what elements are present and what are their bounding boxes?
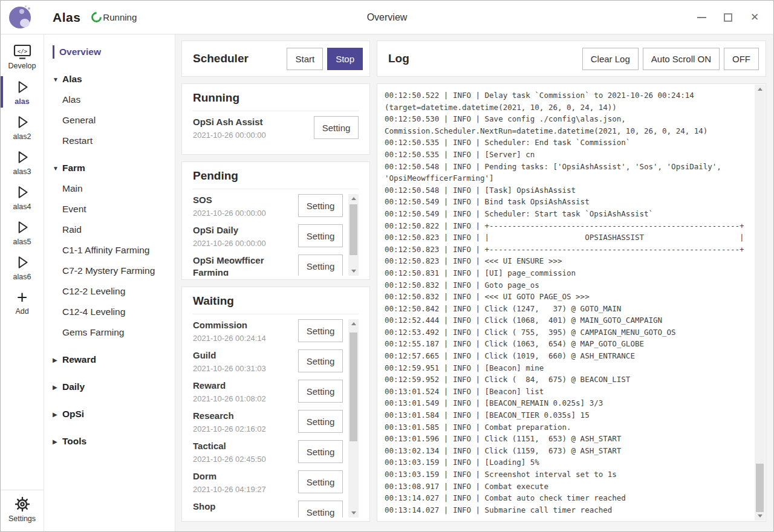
nav-item[interactable]: Alas: [44, 89, 175, 110]
close-button[interactable]: ✕: [746, 8, 764, 27]
sidebar-item-label: Develop: [8, 62, 36, 70]
task-setting-button[interactable]: Setting: [298, 380, 343, 403]
sidebar-item-settings[interactable]: Settings: [1, 491, 44, 527]
nav-item[interactable]: Overview: [44, 42, 175, 62]
log-line: 00:13:08.917 | INFO | Combat execute: [385, 481, 746, 493]
task-setting-button[interactable]: Setting: [298, 224, 343, 247]
nav-item-label: Overview: [59, 47, 101, 57]
task-setting-button[interactable]: Setting: [298, 194, 343, 217]
task-info: Research 2021-10-26 02:16:02: [193, 410, 266, 434]
nav-item[interactable]: Main: [44, 178, 175, 199]
maximize-button[interactable]: [719, 8, 737, 27]
task-name: Reward: [193, 380, 266, 392]
app-window: Alas Running Overview ✕ </> Develop: [0, 0, 774, 532]
nav-item-label: Main: [62, 183, 83, 194]
nav-item[interactable]: C12-4 Leveling: [44, 302, 175, 322]
scrollbar-thumb[interactable]: [350, 204, 357, 255]
play-icon: [14, 184, 31, 201]
sidebar-instance[interactable]: alas: [1, 74, 44, 109]
add-instance-button[interactable]: + Add: [1, 285, 44, 320]
task-setting-button[interactable]: Setting: [298, 319, 343, 342]
nav-item[interactable]: ▶ Daily: [44, 377, 175, 397]
autoscroll-off-button[interactable]: OFF: [724, 48, 759, 70]
waiting-scrollbar[interactable]: [348, 319, 359, 517]
sidebar-instance[interactable]: alas5: [1, 215, 44, 250]
log-panel: 00:12:50.522 | INFO | Delay task `Commis…: [377, 83, 766, 522]
log-scrollbar[interactable]: [755, 85, 765, 521]
autoscroll-on-button[interactable]: Auto Scroll ON: [643, 48, 720, 70]
task-setting-button[interactable]: Setting: [298, 470, 343, 493]
nav-item[interactable]: ▶ Tools: [44, 431, 175, 452]
sidebar-instance[interactable]: alas3: [1, 144, 44, 180]
nav-item-label: Gems Farming: [62, 327, 125, 338]
scroll-up-icon[interactable]: [348, 194, 359, 203]
nav-item[interactable]: Restart: [44, 131, 175, 151]
task-name: Shop: [193, 501, 216, 513]
nav-item[interactable]: Event: [44, 199, 175, 219]
close-icon: ✕: [750, 12, 759, 22]
nav-item[interactable]: C7-2 Mystery Farming: [44, 261, 175, 281]
task-time: 2021-10-26 02:16:02: [193, 424, 266, 434]
minimize-button[interactable]: [692, 8, 711, 27]
nav-item-label: C1-1 Affinity Farming: [62, 245, 149, 256]
instance-label: alas6: [13, 273, 31, 281]
sidebar-instance[interactable]: alas4: [1, 180, 44, 215]
task-info: OpSi Ash Assist 2021-10-26 00:00:00: [193, 116, 266, 140]
task-row: OpSi Daily 2021-10-26 00:00:00 Setting: [193, 224, 343, 251]
task-info: Guild 2021-10-26 00:31:03: [193, 349, 266, 374]
sidebar-instance[interactable]: alas6: [1, 250, 44, 285]
scrollbar-thumb[interactable]: [350, 332, 357, 441]
scheduler-column: Scheduler Start Stop Running: [181, 41, 370, 522]
log-column: Log Clear Log Auto Scroll ON OFF 00:12:5…: [377, 41, 766, 522]
nav-item[interactable]: ▶ OpSi: [44, 404, 175, 424]
nav-item[interactable]: ▼ Farm: [44, 158, 175, 178]
task-setting-button[interactable]: Setting: [298, 440, 343, 463]
pending-list: SOS 2021-10-26 00:00:00 Setting OpSi Dai…: [193, 194, 359, 276]
nav-item[interactable]: C1-1 Affinity Farming: [44, 240, 175, 261]
task-row: Reward 2021-10-26 01:08:02 Setting: [193, 380, 343, 406]
scroll-down-icon[interactable]: [755, 511, 765, 521]
task-setting-button[interactable]: Setting: [298, 349, 343, 372]
nav-item[interactable]: Gems Farming: [44, 322, 175, 343]
nav-item[interactable]: Raid: [44, 219, 175, 240]
pending-title: Pending: [193, 169, 359, 189]
pending-panel: Pending SOS 2021-10-26 00:00:00 Set: [181, 161, 370, 280]
task-time: 2021-10-26 00:00:00: [193, 130, 266, 140]
nav-item[interactable]: C12-2 Leveling: [44, 281, 175, 302]
scroll-up-icon[interactable]: [755, 85, 765, 94]
develop-icon: </>: [13, 44, 31, 60]
start-button[interactable]: Start: [287, 48, 323, 70]
task-setting-button[interactable]: Setting: [314, 116, 359, 139]
log-line: 00:12:50.842 | INFO | Click (1247, 37) @…: [385, 303, 746, 315]
task-setting-button[interactable]: Setting: [298, 410, 343, 433]
log-line: 00:12:50.530 | INFO | Save config ./conf…: [385, 113, 746, 137]
nav-item-label: Event: [62, 204, 86, 215]
nav-item[interactable]: General: [44, 110, 175, 131]
play-icon: [14, 149, 31, 166]
scroll-down-icon[interactable]: [348, 508, 359, 517]
pending-scrollbar[interactable]: [348, 194, 359, 276]
scroll-down-icon[interactable]: [348, 267, 359, 276]
task-setting-button[interactable]: Setting: [298, 255, 343, 276]
log-header-panel: Log Clear Log Auto Scroll ON OFF: [377, 41, 766, 77]
scroll-up-icon[interactable]: [348, 319, 359, 328]
sidebar-item-develop[interactable]: </> Develop: [1, 39, 44, 74]
running-spinner-icon: [89, 10, 104, 24]
log-line: 00:12:52.444 | INFO | Click (1068, 401) …: [385, 314, 746, 326]
nav-item-label: Farm: [62, 163, 85, 174]
task-info: Dorm 2021-10-26 04:19:27: [193, 470, 266, 495]
nav-item-label: C12-4 Leveling: [62, 307, 125, 317]
sidebar-instance[interactable]: alas2: [1, 109, 44, 144]
task-setting-button[interactable]: Setting: [298, 501, 343, 517]
nav-item[interactable]: ▼ Alas: [44, 69, 175, 89]
stop-button[interactable]: Stop: [327, 48, 363, 70]
main-area: Scheduler Start Stop Running: [175, 34, 773, 531]
clear-log-button[interactable]: Clear Log: [582, 48, 639, 70]
log-actions: Clear Log Auto Scroll ON OFF: [582, 48, 759, 70]
scrollbar-thumb[interactable]: [756, 464, 764, 511]
task-name: Tactical: [193, 440, 266, 452]
nav-item[interactable]: ▶ Reward: [44, 349, 175, 370]
log-line: 00:12:50.548 | INFO | Pending tasks: ['O…: [385, 161, 746, 184]
caret-icon: ▶: [53, 384, 62, 391]
log-line: 00:12:50.832 | INFO | <<< UI GOTO PAGE_O…: [385, 291, 746, 303]
